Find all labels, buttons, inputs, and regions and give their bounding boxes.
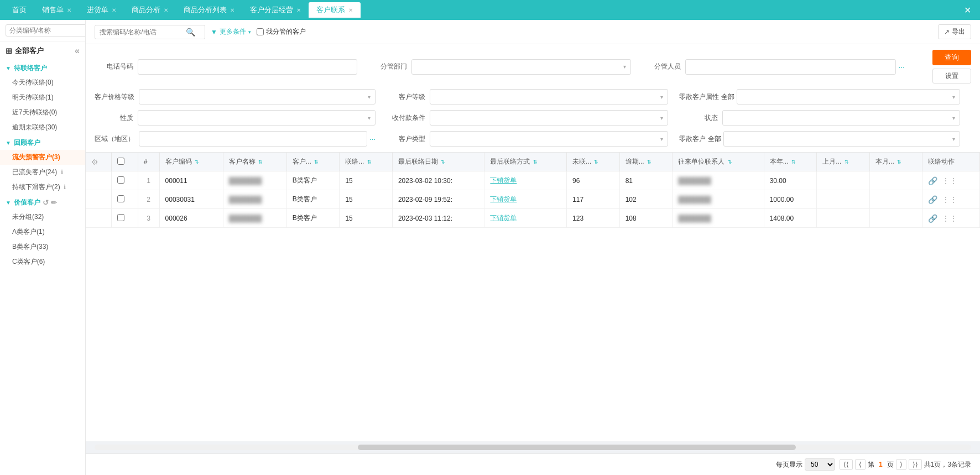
action-link-icon-2[interactable]: 🔗 (928, 214, 937, 223)
sidebar-item-class-c[interactable]: C类客户(6) (0, 254, 85, 269)
td-last-month-1 (817, 190, 870, 209)
td-num-2: 3 (138, 209, 159, 228)
tab-sales[interactable]: 销售单 ✕ (34, 2, 79, 18)
page-label: 第 (868, 460, 874, 469)
td-last-way-1[interactable]: 下销货单 (484, 190, 567, 209)
tab-customer-contact[interactable]: 客户联系 ✕ (309, 2, 361, 18)
action-menu-icon-0[interactable]: ⋮⋮ (942, 176, 957, 185)
sidebar-group-value[interactable]: ▼ 价值客户 ↺ ✏ (0, 195, 85, 210)
value-group-label: 价值客户 (14, 198, 40, 207)
my-customers-check[interactable] (257, 28, 264, 35)
next-page-btn[interactable]: ⟩ (896, 459, 906, 470)
last-way-link-1[interactable]: 下销货单 (490, 195, 517, 203)
tab-product-analysis-close[interactable]: ✕ (164, 7, 168, 13)
tab-customer-tier[interactable]: 客户分层经营 ✕ (242, 2, 309, 18)
filter-phone-label: 电话号码 (95, 62, 133, 71)
filter-customerlevel-select[interactable]: ▾ (430, 89, 668, 105)
filter-gender-select[interactable]: ▾ (138, 110, 376, 126)
query-button[interactable]: 查询 (932, 50, 971, 65)
sidebar-search-input[interactable] (6, 24, 86, 36)
last-page-btn[interactable]: ⟩⟩ (909, 459, 922, 470)
filter-dept-select[interactable]: ▾ (411, 59, 631, 75)
thisyear-sort-icon[interactable]: ⇅ (791, 159, 796, 165)
horizontal-scrollbar[interactable] (95, 445, 971, 450)
manager-dots-icon[interactable]: ··· (898, 62, 905, 71)
sidebar-item-7days[interactable]: 近7天待联络(0) (0, 105, 85, 120)
row-checkbox-0[interactable] (117, 176, 124, 184)
region-dots-icon[interactable]: ··· (369, 134, 376, 143)
row-checkbox-1[interactable] (117, 195, 124, 202)
export-btn[interactable]: ↗ 导出 (938, 24, 971, 39)
scrollbar-thumb[interactable] (358, 445, 796, 450)
tab-purchase[interactable]: 进货单 ✕ (79, 2, 124, 18)
lastway-sort-icon[interactable]: ⇅ (533, 159, 538, 165)
td-last-date-0: 2023-03-02 10:30: (392, 171, 484, 190)
per-page-select[interactable]: 50 100 200 (805, 458, 835, 471)
tab-customer-tier-close[interactable]: ✕ (296, 7, 301, 13)
thismonth-sort-icon[interactable]: ⇅ (897, 159, 901, 165)
th-settings[interactable]: ⚙ (86, 153, 112, 171)
collapse-icon[interactable]: « (75, 46, 80, 56)
sidebar-item-declining[interactable]: 持续下滑客户(2) ℹ (0, 180, 85, 195)
td-unit-contact-1: ███████ (673, 190, 764, 209)
tab-purchase-close[interactable]: ✕ (112, 7, 116, 13)
table-row: 3 000026 ███████ B类客户 15 2023-02-03 11:1… (86, 209, 980, 228)
my-customers-checkbox[interactable]: 我分管的客户 (257, 27, 306, 36)
tab-product-list-close[interactable]: ✕ (230, 7, 234, 13)
filter-phone-input[interactable] (138, 59, 357, 75)
sidebar-item-overdue[interactable]: 逾期未联络(30) (0, 120, 85, 135)
select-all-checkbox[interactable] (117, 158, 124, 165)
filter-pricelevel-select[interactable]: ▾ (139, 89, 376, 105)
settings-icon[interactable]: ⚙ (91, 158, 98, 166)
uncontact-sort-icon[interactable]: ⇅ (594, 159, 598, 165)
settings-button[interactable]: 设置 (932, 69, 971, 83)
first-page-btn[interactable]: ⟨⟨ (840, 459, 853, 470)
tab-customer-contact-close[interactable]: ✕ (348, 7, 353, 13)
contact-sort-icon[interactable]: ⇅ (367, 159, 372, 165)
value-group-edit-icon[interactable]: ✏ (51, 199, 57, 207)
tab-home[interactable]: 首页 (4, 2, 34, 18)
td-last-way-2[interactable]: 下销货单 (484, 209, 567, 228)
filter-status-select[interactable]: ▾ (722, 110, 960, 126)
lastmonth-sort-icon[interactable]: ⇅ (845, 159, 849, 165)
sidebar-all-customers[interactable]: ⊞ 全部客户 « (0, 41, 85, 60)
tab-sales-close[interactable]: ✕ (67, 7, 71, 13)
sidebar-group-review[interactable]: ▼ 回顾客户 (0, 135, 85, 150)
sidebar-item-class-b[interactable]: B类客户(33) (0, 239, 85, 254)
last-way-link-2[interactable]: 下销货单 (490, 214, 517, 222)
sidebar-item-tomorrow[interactable]: 明天待联络(1) (0, 90, 85, 105)
sidebar-item-class-a[interactable]: A类客户(1) (0, 225, 85, 239)
filter-search-input[interactable] (100, 28, 183, 36)
filter-retail-attr-select[interactable]: ▾ (737, 89, 960, 105)
filter-retail-customer-select[interactable]: ▾ (723, 131, 960, 147)
lastdate-sort-icon[interactable]: ⇅ (441, 159, 445, 165)
last-way-link-0[interactable]: 下销货单 (490, 176, 517, 184)
type-sort-icon[interactable]: ⇅ (314, 159, 319, 165)
tab-product-list[interactable]: 商品分析列表 ✕ (176, 2, 242, 18)
sidebar-item-churn-warning[interactable]: 流失预警客户(3) 90天无交易的客户，可能有流失风险。 (0, 150, 85, 165)
sidebar-item-today[interactable]: 今天待联络(0) (0, 75, 85, 90)
code-sort-icon[interactable]: ⇅ (195, 159, 199, 165)
prev-page-btn[interactable]: ⟨ (855, 459, 866, 470)
name-sort-icon[interactable]: ⇅ (258, 159, 263, 165)
action-link-icon-1[interactable]: 🔗 (928, 195, 937, 204)
filter-region-select[interactable] (139, 131, 367, 147)
unitcontact-sort-icon[interactable]: ⇅ (728, 159, 732, 165)
overdue-sort-icon[interactable]: ⇅ (647, 159, 651, 165)
tab-product-analysis[interactable]: 商品分析 ✕ (124, 2, 176, 18)
row-checkbox-2[interactable] (117, 214, 124, 221)
value-group-refresh-icon[interactable]: ↺ (43, 199, 49, 207)
action-menu-icon-1[interactable]: ⋮⋮ (942, 195, 957, 204)
more-conditions-btn[interactable]: ▼ 更多条件 ▾ (211, 27, 251, 36)
sidebar-group-pending[interactable]: ▼ 待联络客户 (0, 60, 85, 75)
filter-customertype-select[interactable]: ▾ (430, 131, 668, 147)
td-last-way-0[interactable]: 下销货单 (484, 171, 567, 190)
filter-manager-select[interactable] (685, 59, 896, 75)
action-menu-icon-2[interactable]: ⋮⋮ (942, 214, 957, 223)
filter-search-icon[interactable]: 🔍 (186, 28, 195, 36)
filter-payment-select[interactable]: ▾ (430, 110, 668, 126)
sidebar-item-ungrouped[interactable]: 未分组(32) (0, 210, 85, 225)
close-window-btn[interactable]: ✕ (960, 5, 976, 15)
sidebar-item-churned[interactable]: 已流失客户(24) ℹ (0, 165, 85, 180)
action-link-icon-0[interactable]: 🔗 (928, 176, 937, 185)
